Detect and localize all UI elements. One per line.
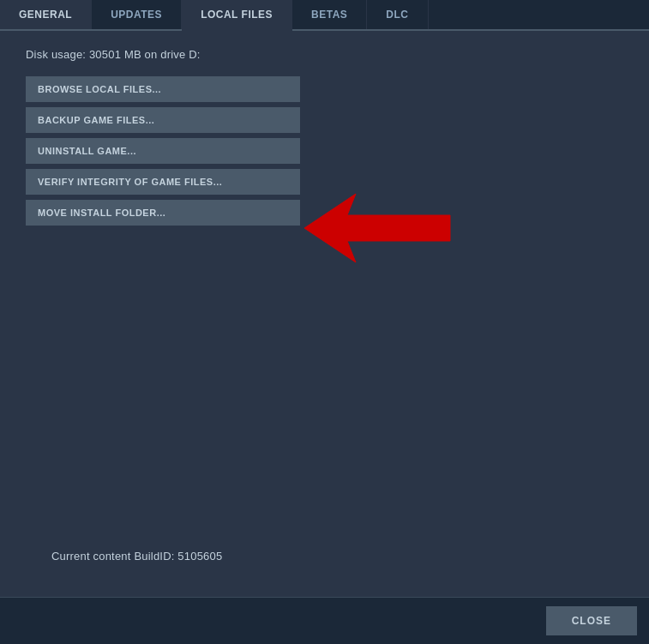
tab-betas[interactable]: BETAS: [292, 0, 367, 29]
build-id-label: Current content BuildID: 5105605: [51, 550, 598, 563]
close-button[interactable]: CLOSE: [546, 606, 637, 635]
uninstall-game-button[interactable]: UNINSTALL GAME...: [26, 138, 300, 164]
footer-bar: CLOSE: [0, 597, 649, 644]
backup-game-files-button[interactable]: BACKUP GAME FILES...: [26, 107, 300, 133]
tab-dlc[interactable]: DLC: [367, 0, 428, 29]
action-buttons-group: BROWSE LOCAL FILES... BACKUP GAME FILES.…: [26, 76, 623, 226]
tab-updates[interactable]: UPDATES: [92, 0, 182, 29]
steam-properties-window: GENERAL UPDATES LOCAL FILES BETAS DLC Di…: [0, 0, 649, 644]
disk-usage-label: Disk usage: 30501 MB on drive D:: [26, 48, 623, 61]
content-area: Disk usage: 30501 MB on drive D: BROWSE …: [0, 31, 649, 597]
tab-local-files[interactable]: LOCAL FILES: [182, 0, 292, 31]
bottom-bar: Current content BuildID: 5105605: [26, 550, 623, 580]
browse-local-files-button[interactable]: BROWSE LOCAL FILES...: [26, 76, 300, 102]
tab-general[interactable]: GENERAL: [0, 0, 92, 29]
tabs-bar: GENERAL UPDATES LOCAL FILES BETAS DLC: [0, 0, 649, 31]
move-install-folder-button[interactable]: MOVE INSTALL FOLDER...: [26, 200, 300, 226]
verify-integrity-button[interactable]: VERIFY INTEGRITY OF GAME FILES...: [26, 169, 300, 195]
